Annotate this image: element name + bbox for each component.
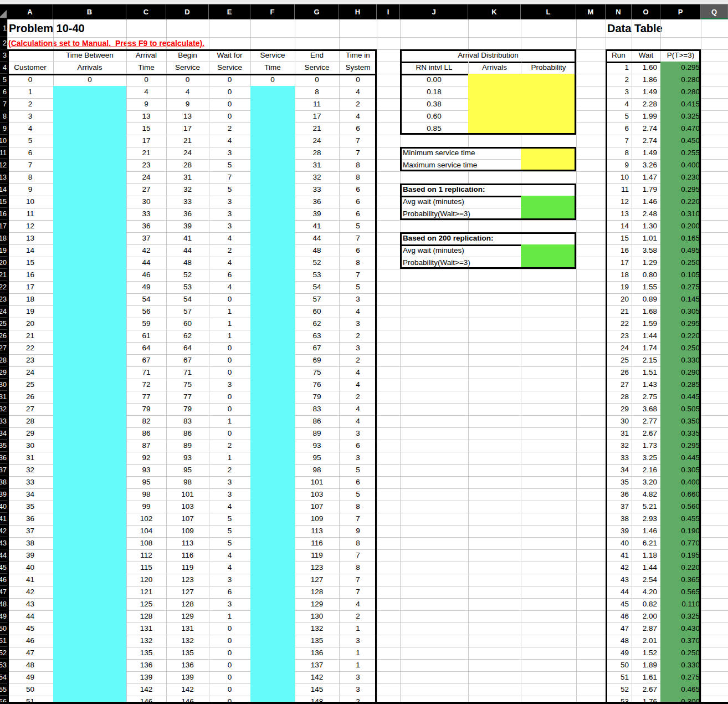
dt-prob[interactable]: 0.250 xyxy=(660,342,701,354)
column-header-A[interactable]: A xyxy=(7,4,53,19)
sim-cell-r28c3[interactable]: 83 xyxy=(166,415,209,427)
sim-cell-r30c4[interactable]: 2 xyxy=(209,440,250,452)
dt-prob[interactable]: 0.165 xyxy=(660,232,701,244)
sim-cell-r8c0[interactable]: 8 xyxy=(7,171,53,183)
sim-cell-r6c6[interactable]: 28 xyxy=(295,147,339,159)
dt-run[interactable]: 15 xyxy=(606,232,632,244)
sim-cell-r14c4[interactable]: 2 xyxy=(209,244,250,257)
dt-prob[interactable]: 0.290 xyxy=(660,366,701,379)
row-header-23[interactable]: 23 xyxy=(0,293,7,305)
dt-wait[interactable]: 2.48 xyxy=(632,208,660,220)
row-header-16[interactable]: 16 xyxy=(0,208,7,220)
dt-run[interactable]: 2 xyxy=(606,74,632,86)
sim-cell-r23c0[interactable]: 23 xyxy=(7,354,53,366)
sim-cell-r27c7[interactable]: 4 xyxy=(339,403,377,415)
sim-cell-r11c0[interactable]: 11 xyxy=(7,208,53,220)
dt-wait[interactable]: 2.93 xyxy=(632,513,660,525)
dt-wait[interactable]: 1.79 xyxy=(632,183,660,196)
sim-cell-r13c0[interactable]: 13 xyxy=(7,232,53,244)
dt-wait[interactable]: 1.49 xyxy=(632,86,660,98)
sim-cell-r12c4[interactable]: 3 xyxy=(209,220,250,232)
sim-cell-r2c7[interactable]: 2 xyxy=(339,98,377,110)
sim-cell-r6c0[interactable]: 6 xyxy=(7,147,53,159)
sim-cell-r18c2[interactable]: 54 xyxy=(126,293,166,305)
dt-prob[interactable]: 0.305 xyxy=(660,305,701,318)
sim-cell-r19c6[interactable]: 60 xyxy=(295,305,339,318)
row-header-12[interactable]: 12 xyxy=(0,159,7,171)
dt-run[interactable]: 26 xyxy=(606,366,632,379)
row-header-17[interactable]: 17 xyxy=(0,220,7,232)
dt-wait[interactable]: 1.73 xyxy=(632,440,660,452)
sim-cell-r30c2[interactable]: 87 xyxy=(126,440,166,452)
sim-cell-r43c6[interactable]: 129 xyxy=(295,598,339,610)
dt-prob[interactable]: 0.365 xyxy=(660,574,701,586)
sim-cell-r0c7[interactable]: 0 xyxy=(339,74,377,86)
dt-run[interactable]: 40 xyxy=(606,537,632,549)
dt-prob[interactable]: 0.505 xyxy=(660,403,701,415)
sim-cell-r40c4[interactable]: 4 xyxy=(209,562,250,574)
row-header-48[interactable]: 48 xyxy=(0,598,7,610)
sim-cell-r38c2[interactable]: 108 xyxy=(126,537,166,549)
sim-cell-r18c3[interactable]: 54 xyxy=(166,293,209,305)
sim-cell-r34c0[interactable]: 34 xyxy=(7,488,53,501)
sim-cell-r47c7[interactable]: 1 xyxy=(339,647,377,659)
dt-run[interactable]: 11 xyxy=(606,183,632,196)
dt-wait[interactable]: 1.59 xyxy=(632,318,660,330)
row-header-45[interactable]: 45 xyxy=(0,562,7,574)
dt-wait[interactable]: 5.21 xyxy=(632,501,660,513)
dt-run[interactable]: 6 xyxy=(606,123,632,135)
sim-cell-r10c0[interactable]: 10 xyxy=(7,196,53,208)
sim-cell-r41c4[interactable]: 3 xyxy=(209,574,250,586)
sim-cell-r43c0[interactable]: 43 xyxy=(7,598,53,610)
sim-cell-r40c0[interactable]: 40 xyxy=(7,562,53,574)
sim-cell-r3c0[interactable]: 3 xyxy=(7,110,53,123)
sim-cell-r7c2[interactable]: 23 xyxy=(126,159,166,171)
dt-prob[interactable]: 0.450 xyxy=(660,135,701,147)
dt-prob[interactable]: 0.250 xyxy=(660,647,701,659)
sim-cell-r48c0[interactable]: 48 xyxy=(7,659,53,671)
sim-cell-r16c0[interactable]: 16 xyxy=(7,269,53,281)
row-header-11[interactable]: 11 xyxy=(0,147,7,159)
sim-cell-r1c4[interactable]: 0 xyxy=(209,86,250,98)
sim-cell-r13c4[interactable]: 4 xyxy=(209,232,250,244)
sim-cell-r20c2[interactable]: 59 xyxy=(126,318,166,330)
dt-wait[interactable]: 2.54 xyxy=(632,574,660,586)
sim-cell-r36c3[interactable]: 107 xyxy=(166,513,209,525)
sim-cell-r40c2[interactable]: 115 xyxy=(126,562,166,574)
rep-result-cells[interactable] xyxy=(521,196,576,220)
sim-cell-r2c6[interactable]: 11 xyxy=(295,98,339,110)
sim-cell-r24c0[interactable]: 24 xyxy=(7,366,53,379)
sim-cell-r3c3[interactable]: 13 xyxy=(166,110,209,123)
sim-cell-r20c3[interactable]: 60 xyxy=(166,318,209,330)
sim-cell-r13c2[interactable]: 37 xyxy=(126,232,166,244)
sim-cell-r16c6[interactable]: 53 xyxy=(295,269,339,281)
sim-cell-r29c7[interactable]: 3 xyxy=(339,427,377,440)
row-header-52[interactable]: 52 xyxy=(0,647,7,659)
dt-run[interactable]: 5 xyxy=(606,110,632,123)
dt-prob[interactable]: 0.295 xyxy=(660,318,701,330)
dt-prob[interactable]: 0.220 xyxy=(660,562,701,574)
sim-cell-r41c2[interactable]: 120 xyxy=(126,574,166,586)
ad-input-range[interactable] xyxy=(468,74,576,135)
sim-cell-r46c7[interactable]: 3 xyxy=(339,635,377,647)
dt-run[interactable]: 14 xyxy=(606,220,632,232)
sim-cell-r32c6[interactable]: 98 xyxy=(295,464,339,476)
dt-wait[interactable]: 2.67 xyxy=(632,683,660,696)
sim-cell-r33c0[interactable]: 33 xyxy=(7,476,53,488)
row-header-22[interactable]: 22 xyxy=(0,281,7,293)
sim-cell-r48c7[interactable]: 1 xyxy=(339,659,377,671)
dt-run[interactable]: 49 xyxy=(606,647,632,659)
sim-cell-r23c3[interactable]: 67 xyxy=(166,354,209,366)
sim-cell-r36c6[interactable]: 109 xyxy=(295,513,339,525)
sim-cell-r20c4[interactable]: 1 xyxy=(209,318,250,330)
sim-cell-r11c3[interactable]: 36 xyxy=(166,208,209,220)
sim-cell-r42c3[interactable]: 127 xyxy=(166,586,209,598)
sim-cell-r38c3[interactable]: 113 xyxy=(166,537,209,549)
sim-cell-r48c6[interactable]: 137 xyxy=(295,659,339,671)
sim-cell-r36c0[interactable]: 36 xyxy=(7,513,53,525)
sim-cell-r49c6[interactable]: 142 xyxy=(295,671,339,683)
sim-cell-r14c0[interactable]: 14 xyxy=(7,244,53,257)
sim-cell-r38c0[interactable]: 38 xyxy=(7,537,53,549)
dt-wait[interactable]: 1.99 xyxy=(632,110,660,123)
column-header-Q[interactable]: Q xyxy=(701,4,728,19)
